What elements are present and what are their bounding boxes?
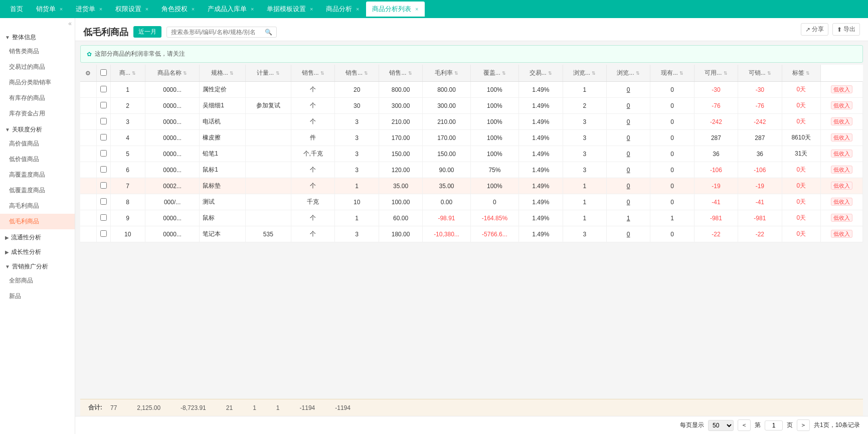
row-views1[interactable]: 0 bbox=[606, 162, 650, 178]
nav-item-permissions[interactable]: 权限设置 × bbox=[109, 2, 154, 17]
nav-item-template-settings[interactable]: 单据模板设置 × bbox=[261, 2, 319, 17]
search-input[interactable] bbox=[171, 29, 265, 36]
row-select-checkbox[interactable] bbox=[100, 214, 107, 221]
nav-item-sales[interactable]: 销货单 × bbox=[30, 2, 69, 17]
views1-link[interactable]: 0 bbox=[627, 86, 630, 93]
close-icon[interactable]: × bbox=[60, 6, 63, 12]
row-select-checkbox[interactable] bbox=[100, 102, 107, 108]
settings-icon[interactable]: ⚙ bbox=[85, 70, 91, 77]
nav-item-product-entry[interactable]: 产成品入库单 × bbox=[202, 2, 260, 17]
filter-recent-month-button[interactable]: 近一月 bbox=[133, 26, 161, 38]
sidebar-item-category-rate[interactable]: 商品分类助销率 bbox=[0, 75, 75, 90]
sidebar-item-high-margin[interactable]: 高毛利商品 bbox=[0, 198, 75, 214]
prev-page-button[interactable]: ＜ bbox=[738, 419, 751, 431]
export-button[interactable]: ⬆ 导出 bbox=[832, 23, 860, 36]
row-checkbox[interactable] bbox=[96, 98, 110, 114]
row-select-checkbox[interactable] bbox=[100, 198, 107, 205]
row-checkbox[interactable] bbox=[96, 162, 110, 178]
nav-item-product-analysis[interactable]: 商品分析 × bbox=[320, 2, 365, 17]
next-page-button[interactable]: ＞ bbox=[797, 419, 810, 431]
col-tag[interactable]: 标签 ⇅ bbox=[782, 65, 820, 82]
close-icon[interactable]: × bbox=[99, 6, 102, 12]
page-number-input[interactable] bbox=[765, 420, 783, 430]
row-select-checkbox[interactable] bbox=[100, 182, 107, 189]
search-box[interactable]: 🔍 bbox=[166, 27, 277, 38]
sidebar-item-traded-products[interactable]: 交易过的商品 bbox=[0, 59, 75, 75]
col-gross-rate[interactable]: 毛利率 ⇅ bbox=[423, 65, 470, 82]
col-sellable[interactable]: 可销... ⇅ bbox=[738, 65, 782, 82]
sidebar-item-sales-products[interactable]: 销售类商品 bbox=[0, 44, 75, 59]
col-available[interactable]: 可用... ⇅ bbox=[694, 65, 738, 82]
views1-link[interactable]: 0 bbox=[627, 231, 630, 238]
col-spec[interactable]: 规格... ⇅ bbox=[200, 65, 245, 82]
per-page-select[interactable]: 50 20 100 bbox=[708, 420, 734, 431]
sidebar-item-low-coverage[interactable]: 低覆盖度商品 bbox=[0, 183, 75, 198]
select-all-checkbox[interactable] bbox=[100, 69, 107, 76]
nav-item-roles[interactable]: 角色授权 × bbox=[155, 2, 201, 17]
row-checkbox[interactable] bbox=[96, 114, 110, 130]
table-container[interactable]: ⚙ 商... ⇅ 商品名称 ⇅ 规格... ⇅ 计量... ⇅ 销售... ⇅ … bbox=[80, 65, 863, 399]
row-views1[interactable]: 1 bbox=[606, 210, 650, 226]
sidebar-group-growth[interactable]: ▶ 成长性分析 bbox=[0, 244, 75, 258]
sidebar-group-overall[interactable]: ▼ 整体信息 bbox=[0, 29, 75, 44]
close-icon[interactable]: × bbox=[356, 6, 359, 12]
col-sales-price[interactable]: 销售... ⇅ bbox=[335, 65, 379, 82]
views1-link[interactable]: 0 bbox=[627, 102, 630, 109]
row-views1[interactable]: 0 bbox=[606, 114, 650, 130]
row-select-checkbox[interactable] bbox=[100, 134, 107, 140]
views1-link[interactable]: 0 bbox=[627, 183, 630, 190]
sidebar-group-marketing[interactable]: ▼ 营销推广分析 bbox=[0, 258, 75, 273]
sidebar-item-all-products[interactable]: 全部商品 bbox=[0, 273, 75, 288]
views1-link[interactable]: 0 bbox=[627, 199, 630, 206]
col-views2[interactable]: 浏览... ⇅ bbox=[606, 65, 650, 82]
sidebar-item-capital[interactable]: 库存资金占用 bbox=[0, 106, 75, 121]
views1-link[interactable]: 0 bbox=[627, 134, 630, 141]
row-views1[interactable]: 0 bbox=[606, 146, 650, 162]
row-views1[interactable]: 0 bbox=[606, 178, 650, 194]
nav-item-purchase[interactable]: 进货单 × bbox=[70, 2, 108, 17]
col-coverage[interactable]: 覆盖... ⇅ bbox=[470, 65, 518, 82]
views1-link[interactable]: 1 bbox=[627, 215, 630, 222]
sidebar-item-new-products[interactable]: 新品 bbox=[0, 288, 75, 304]
row-views1[interactable]: 0 bbox=[606, 226, 650, 242]
close-icon[interactable]: × bbox=[192, 6, 195, 12]
sidebar-item-low-margin[interactable]: 低毛利商品 bbox=[0, 214, 75, 229]
views1-link[interactable]: 0 bbox=[627, 151, 630, 158]
col-transactions[interactable]: 交易... ⇅ bbox=[519, 65, 563, 82]
sidebar-item-stocked[interactable]: 有库存的商品 bbox=[0, 90, 75, 106]
row-checkbox[interactable] bbox=[96, 82, 110, 98]
row-checkbox[interactable] bbox=[96, 146, 110, 162]
sidebar-item-high-coverage[interactable]: 高覆盖度商品 bbox=[0, 167, 75, 183]
row-select-checkbox[interactable] bbox=[100, 118, 107, 124]
col-current-stock[interactable]: 现有... ⇅ bbox=[650, 65, 694, 82]
col-code[interactable]: 商... ⇅ bbox=[110, 65, 145, 82]
close-icon[interactable]: × bbox=[145, 6, 148, 12]
sidebar-item-low-value[interactable]: 低价值商品 bbox=[0, 152, 75, 167]
views1-link[interactable]: 0 bbox=[627, 167, 630, 174]
col-sales-qty[interactable]: 销售... ⇅ bbox=[291, 65, 335, 82]
col-checkbox[interactable] bbox=[96, 65, 110, 82]
row-select-checkbox[interactable] bbox=[100, 150, 107, 157]
row-select-checkbox[interactable] bbox=[100, 86, 107, 92]
row-checkbox[interactable] bbox=[96, 194, 110, 210]
views1-link[interactable]: 0 bbox=[627, 118, 630, 125]
col-name[interactable]: 商品名称 ⇅ bbox=[145, 65, 199, 82]
col-unit[interactable]: 计量... ⇅ bbox=[245, 65, 291, 82]
share-button[interactable]: ↗ 分享 bbox=[801, 23, 828, 36]
row-views1[interactable]: 0 bbox=[606, 82, 650, 98]
col-views1[interactable]: 浏览... ⇅ bbox=[563, 65, 606, 82]
nav-item-product-analysis-list[interactable]: 商品分析列表 × bbox=[366, 2, 424, 17]
row-select-checkbox[interactable] bbox=[100, 230, 107, 237]
row-views1[interactable]: 0 bbox=[606, 130, 650, 146]
row-checkbox[interactable] bbox=[96, 130, 110, 146]
row-checkbox[interactable] bbox=[96, 226, 110, 242]
nav-item-home[interactable]: 首页 bbox=[4, 2, 29, 17]
search-icon[interactable]: 🔍 bbox=[265, 29, 272, 36]
row-checkbox[interactable] bbox=[96, 210, 110, 226]
row-checkbox[interactable] bbox=[96, 178, 110, 194]
row-views1[interactable]: 0 bbox=[606, 194, 650, 210]
close-icon[interactable]: × bbox=[251, 6, 254, 12]
sidebar-item-high-value[interactable]: 高价值商品 bbox=[0, 136, 75, 152]
sidebar-group-relevance[interactable]: ▼ 关联度分析 bbox=[0, 121, 75, 136]
close-icon[interactable]: × bbox=[310, 6, 313, 12]
